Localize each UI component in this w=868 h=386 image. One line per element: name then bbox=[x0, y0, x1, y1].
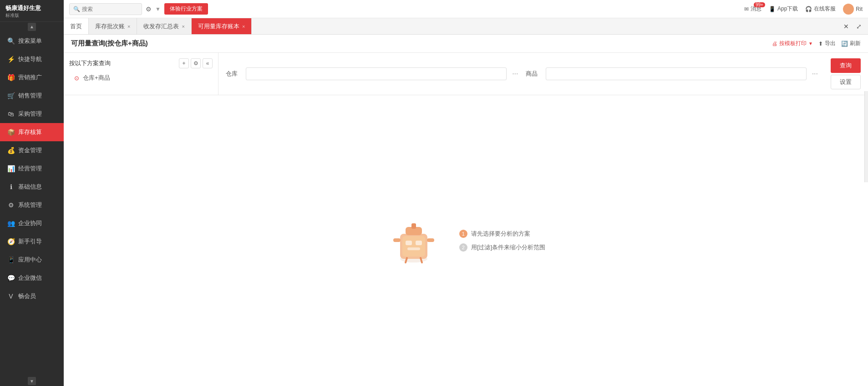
sidebar-item-sales[interactable]: 🛒 销售管理 bbox=[0, 87, 64, 105]
bag-icon: 🛍 bbox=[7, 110, 15, 118]
tab-available-book[interactable]: 可用量库存账本 × bbox=[192, 18, 252, 34]
sidebar-item-apps[interactable]: 📱 应用中心 bbox=[0, 251, 64, 269]
goods-more-icon[interactable]: ··· bbox=[812, 70, 818, 78]
user-name: Rit bbox=[856, 6, 863, 12]
wechat-icon: 💬 bbox=[7, 274, 15, 282]
search-icon: 🔍 bbox=[73, 6, 80, 12]
goods-input[interactable] bbox=[546, 67, 807, 80]
sidebar-item-label: 快捷导航 bbox=[18, 55, 42, 63]
tabbar: 首页 库存批次账 × 收发存汇总表 × 可用量库存账本 × ✕ ⤢ bbox=[64, 18, 868, 35]
chevron-down-icon[interactable]: ▼ bbox=[808, 41, 813, 46]
filter-scheme-label: 按以下方案查询 bbox=[69, 59, 111, 67]
sidebar-item-guide[interactable]: 🧭 新手引导 bbox=[0, 232, 64, 251]
topbar-search-box[interactable]: 🔍 bbox=[69, 3, 142, 15]
empty-illustration bbox=[386, 213, 441, 268]
filter-scheme-header: 按以下方案查询 + ⚙ « bbox=[69, 58, 213, 68]
message-badge: 99+ bbox=[754, 2, 765, 7]
trial-button[interactable]: 体验行业方案 bbox=[164, 3, 208, 15]
scheme-icon: ⊙ bbox=[73, 74, 80, 82]
tab-label: 收发存汇总表 bbox=[143, 22, 179, 31]
print-button[interactable]: 🖨 按模板打印 ▼ bbox=[772, 40, 813, 47]
lightning-icon: ⚡ bbox=[7, 56, 15, 63]
sidebar-item-vip[interactable]: V 畅会员 bbox=[0, 287, 64, 305]
warehouse-input[interactable] bbox=[246, 67, 507, 80]
tab-close-window-button[interactable]: ✕ bbox=[841, 21, 852, 32]
tab-label: 可用量库存账本 bbox=[198, 22, 239, 31]
sidebar-scroll-up[interactable]: ▲ bbox=[28, 23, 36, 31]
filter-scheme-item-label: 仓库+商品 bbox=[83, 74, 110, 82]
sidebar-item-management[interactable]: 📊 经营管理 bbox=[0, 160, 64, 178]
guide-icon: 🧭 bbox=[7, 238, 15, 245]
app-download-button[interactable]: 📱 App下载 bbox=[769, 5, 798, 13]
phone-icon: 📱 bbox=[769, 6, 776, 12]
dropdown-icon[interactable]: ▼ bbox=[155, 6, 161, 12]
svg-rect-9 bbox=[427, 238, 434, 242]
search-input[interactable] bbox=[82, 6, 138, 12]
filter-icon-group: + ⚙ « bbox=[179, 58, 213, 68]
main: 🔍 ⚙ ▼ 体验行业方案 ✉ 消息 99+ 📱 App下载 🎧 在线客服 bbox=[64, 0, 868, 386]
filter-scheme-panel: 按以下方案查询 + ⚙ « ⊙ 仓库+商品 bbox=[64, 53, 218, 95]
service-button[interactable]: 🎧 在线客服 bbox=[805, 5, 836, 13]
sidebar-item-collab[interactable]: 👥 企业协同 bbox=[0, 214, 64, 232]
sidebar-item-label: 畅会员 bbox=[18, 292, 36, 300]
collapse-button[interactable]: « bbox=[203, 58, 213, 68]
settings-scheme-button[interactable]: ⚙ bbox=[191, 58, 201, 68]
sidebar-item-wechat[interactable]: 💬 企业微信 bbox=[0, 269, 64, 287]
refresh-button[interactable]: 🔄 刷新 bbox=[841, 40, 861, 47]
headset-icon: 🎧 bbox=[805, 6, 812, 12]
tab-label: 库存批次账 bbox=[95, 22, 125, 31]
sidebar-item-finance[interactable]: 💰 资金管理 bbox=[0, 141, 64, 160]
empty-hint-1: 1 请先选择要分析的方案 bbox=[459, 230, 545, 238]
svg-rect-5 bbox=[407, 247, 420, 250]
export-button[interactable]: ⬆ 导出 bbox=[818, 40, 836, 47]
svg-rect-2 bbox=[402, 236, 425, 257]
tab-home[interactable]: 首页 bbox=[64, 18, 89, 34]
avatar bbox=[843, 4, 854, 15]
query-button[interactable]: 查询 bbox=[831, 58, 861, 73]
goods-field: 商品 ··· bbox=[526, 67, 818, 80]
tab-close-icon[interactable]: × bbox=[127, 24, 130, 29]
sidebar-item-label: 基础信息 bbox=[18, 183, 42, 191]
vip-icon: V bbox=[7, 293, 15, 300]
sidebar-item-search[interactable]: 🔍 搜索菜单 bbox=[0, 32, 64, 50]
tab-close-icon[interactable]: × bbox=[182, 24, 184, 29]
sidebar-header: 畅康通好生意 标准版 bbox=[0, 0, 64, 22]
tab-summary[interactable]: 收发存汇总表 × bbox=[137, 18, 191, 34]
sidebar-item-purchase[interactable]: 🛍 采购管理 bbox=[0, 105, 64, 123]
add-scheme-button[interactable]: + bbox=[179, 58, 189, 68]
sidebar-item-basic[interactable]: ℹ 基础信息 bbox=[0, 178, 64, 196]
goods-label: 商品 bbox=[526, 70, 542, 78]
settings-button[interactable]: 设置 bbox=[831, 75, 861, 89]
sidebar: 畅康通好生意 标准版 ▲ 🔍 搜索菜单 ⚡ 快捷导航 🎁 营销推广 🛒 销售管理… bbox=[0, 0, 64, 386]
sidebar-item-inventory[interactable]: 📦 库存核算 bbox=[0, 123, 64, 141]
content-area: 可用量查询(按仓库+商品) 🖨 按模板打印 ▼ ⬆ 导出 🔄 刷新 bbox=[64, 35, 868, 386]
settings-icon[interactable]: ⚙ bbox=[146, 5, 152, 13]
sidebar-item-label: 企业协同 bbox=[18, 219, 42, 227]
sidebar-item-marketing[interactable]: 🎁 营销推广 bbox=[0, 68, 64, 87]
tab-close-icon[interactable]: × bbox=[242, 24, 245, 29]
money-icon: 💰 bbox=[7, 147, 15, 154]
svg-rect-8 bbox=[393, 238, 401, 242]
sidebar-scroll-down[interactable]: ▼ bbox=[28, 377, 36, 385]
tab-batch-account[interactable]: 库存批次账 × bbox=[89, 18, 137, 34]
filter-scheme-item[interactable]: ⊙ 仓库+商品 bbox=[69, 72, 213, 84]
sidebar-item-nav[interactable]: ⚡ 快捷导航 bbox=[0, 50, 64, 68]
filter-scheme-title: 按以下方案查询 bbox=[69, 59, 111, 67]
topbar-right: ✉ 消息 99+ 📱 App下载 🎧 在线客服 Rit bbox=[744, 4, 863, 15]
sidebar-item-label: 采购管理 bbox=[18, 110, 42, 118]
warehouse-more-icon[interactable]: ··· bbox=[512, 70, 518, 78]
box-icon: 📦 bbox=[7, 129, 15, 136]
sidebar-item-label: 销售管理 bbox=[18, 92, 42, 100]
right-scrollbar[interactable] bbox=[864, 91, 868, 182]
user-menu[interactable]: Rit bbox=[843, 4, 863, 15]
topbar: 🔍 ⚙ ▼ 体验行业方案 ✉ 消息 99+ 📱 App下载 🎧 在线客服 bbox=[64, 0, 868, 18]
warehouse-field: 仓库 ··· bbox=[226, 67, 518, 80]
hint-text-1: 请先选择要分析的方案 bbox=[471, 230, 530, 238]
brand-name: 畅康通好生意 bbox=[5, 5, 58, 12]
svg-rect-3 bbox=[406, 241, 412, 245]
message-button[interactable]: ✉ 消息 99+ bbox=[744, 5, 761, 13]
tab-maximize-button[interactable]: ⤢ bbox=[853, 21, 864, 32]
refresh-label: 刷新 bbox=[850, 40, 861, 47]
sidebar-item-system[interactable]: ⚙ 系统管理 bbox=[0, 196, 64, 214]
hint-number-1: 1 bbox=[459, 230, 467, 238]
